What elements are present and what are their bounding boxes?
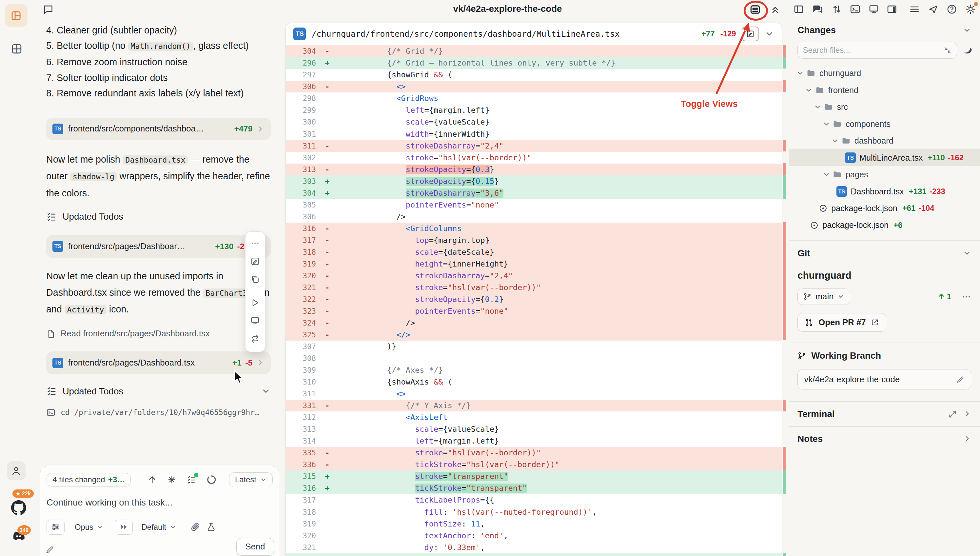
more-options-button[interactable] bbox=[245, 234, 265, 252]
code-line: scale={valueScale} bbox=[336, 116, 490, 128]
lab-button[interactable] bbox=[206, 522, 216, 532]
line-number: 321 bbox=[286, 541, 318, 553]
copy-button[interactable] bbox=[245, 270, 265, 288]
pencil-icon[interactable] bbox=[956, 375, 965, 384]
file-tree-row[interactable]: components bbox=[789, 115, 980, 132]
send-button[interactable]: Send bbox=[236, 538, 274, 556]
pencil-icon[interactable] bbox=[45, 545, 55, 554]
diff-row: 303+ strokeOpacity={0.15} bbox=[286, 175, 781, 187]
notes-header[interactable]: Notes bbox=[789, 434, 980, 444]
chevron-down-icon[interactable] bbox=[765, 29, 774, 39]
additions-count: +130 bbox=[215, 242, 233, 251]
open-pr-button[interactable]: Open PR #7 bbox=[798, 313, 886, 332]
message-input[interactable]: Continue working on this task... bbox=[47, 497, 273, 508]
terminal-command-row[interactable]: cd /private/var/folders/10/h7w0q46556ggr… bbox=[46, 408, 271, 417]
run-button[interactable] bbox=[245, 293, 265, 312]
chat-settings-button[interactable] bbox=[47, 520, 65, 535]
diff-row: 325- </> bbox=[286, 329, 781, 341]
diff-view-toggle-button[interactable] bbox=[742, 27, 759, 42]
diff-ruler-mark bbox=[783, 175, 786, 187]
chevron-down-icon[interactable] bbox=[261, 386, 271, 396]
divider bbox=[789, 343, 980, 343]
workspace-button[interactable] bbox=[5, 4, 27, 27]
terminal-view-button[interactable] bbox=[848, 3, 862, 16]
line-number: 320 bbox=[286, 270, 318, 281]
changes-header[interactable]: Changes bbox=[789, 25, 980, 36]
diff-row: 318- scale={dateScale} bbox=[286, 246, 781, 258]
version-dropdown[interactable]: Latest bbox=[229, 472, 273, 487]
git-header[interactable]: Git bbox=[789, 248, 980, 259]
code-line: tickLabelProps={{ bbox=[336, 494, 494, 506]
read-file-row[interactable]: Read frontend/src/pages/Dashboard.tsx bbox=[46, 329, 271, 338]
chevron-right-icon[interactable] bbox=[963, 435, 972, 443]
code-line: {showAxis && ( bbox=[336, 376, 452, 388]
preset-dropdown[interactable]: Default bbox=[142, 522, 176, 532]
code-line: left={margin.left} bbox=[336, 435, 499, 447]
settings-button[interactable] bbox=[964, 3, 978, 16]
file-tree-row[interactable]: pages bbox=[789, 166, 980, 183]
working-branch-field[interactable]: vk/4e2a-explore-the-code bbox=[798, 369, 971, 390]
file-tree-row[interactable]: dashboard bbox=[789, 133, 980, 149]
fast-forward-button[interactable] bbox=[115, 520, 133, 535]
updated-todos-row[interactable]: Updated Todos bbox=[46, 212, 271, 222]
sparkle-button[interactable] bbox=[167, 475, 177, 485]
chevron-down-icon[interactable] bbox=[962, 26, 972, 35]
file-tree-row[interactable]: src bbox=[789, 99, 980, 115]
menu-button[interactable] bbox=[907, 3, 921, 16]
github-button[interactable] bbox=[11, 500, 26, 516]
search-box[interactable] bbox=[798, 42, 957, 58]
model-dropdown[interactable]: Opus bbox=[75, 522, 103, 532]
diff-row: 315+ stroke="transparent" bbox=[286, 470, 781, 482]
annotation-label: Toggle Views bbox=[681, 99, 738, 109]
code-line: /> bbox=[336, 317, 415, 329]
file-label: src bbox=[837, 102, 848, 112]
edit-diff-button[interactable] bbox=[245, 252, 265, 270]
compare-button[interactable] bbox=[245, 330, 265, 348]
files-changed-pill[interactable]: 4 files changed +3… bbox=[47, 473, 131, 486]
share-button[interactable] bbox=[926, 3, 940, 16]
preview-button[interactable] bbox=[245, 312, 265, 330]
chevron-right-icon[interactable] bbox=[963, 410, 972, 418]
diff-row: 320 textAnchor: 'end', bbox=[286, 530, 781, 541]
toggle-left-panel-button[interactable] bbox=[792, 3, 806, 16]
file-tree-row[interactable]: package-lock.json+6 bbox=[789, 217, 980, 233]
collapse-all-button[interactable] bbox=[768, 3, 782, 16]
file-tree-row[interactable]: frontend bbox=[789, 82, 980, 99]
help-button[interactable] bbox=[945, 3, 959, 16]
diff-ruler-mark bbox=[783, 163, 786, 175]
toggle-right-panel-button[interactable] bbox=[885, 3, 899, 16]
diff-marker: + bbox=[318, 553, 336, 556]
account-button[interactable] bbox=[7, 461, 26, 480]
diff-overview-ruler[interactable] bbox=[783, 45, 786, 556]
inline-code: Math.random() bbox=[128, 42, 194, 51]
new-chat-button[interactable] bbox=[41, 3, 55, 16]
chevron-down-icon[interactable] bbox=[962, 249, 972, 258]
search-files-input[interactable] bbox=[803, 45, 944, 55]
file-tree-row[interactable]: package-lock.json+61-104 bbox=[789, 200, 980, 217]
file-chip[interactable]: TS frontend/src/components/dashboa… +479 bbox=[46, 118, 271, 140]
bird-icon[interactable] bbox=[962, 45, 974, 56]
updated-todos-row[interactable]: Updated Todos bbox=[46, 386, 271, 396]
attach-button[interactable] bbox=[190, 522, 200, 532]
file-tree-row[interactable]: churnguard bbox=[789, 65, 980, 82]
expand-icon[interactable] bbox=[948, 410, 957, 419]
diff-view-button[interactable] bbox=[830, 3, 844, 16]
file-tree-row[interactable]: TSMultiLineArea.tsx+110-162 bbox=[789, 149, 980, 166]
branch-name: main bbox=[815, 292, 834, 301]
branch-selector[interactable]: main bbox=[798, 288, 850, 305]
diff-row: 306- <> bbox=[286, 81, 781, 92]
chat-view-button[interactable] bbox=[810, 3, 824, 16]
queue-toggle-button[interactable] bbox=[748, 3, 762, 16]
diff-ruler-mark bbox=[783, 470, 786, 482]
preview-view-button[interactable] bbox=[867, 3, 881, 16]
collapse-tree-icon[interactable] bbox=[944, 46, 952, 55]
todos-status-button[interactable] bbox=[187, 475, 197, 485]
diff-marker: - bbox=[318, 399, 336, 411]
scroll-up-button[interactable] bbox=[147, 475, 157, 485]
file-tree-row[interactable]: TSDashboard.tsx+131-233 bbox=[789, 183, 980, 200]
more-options-icon[interactable] bbox=[961, 292, 972, 302]
grid-view-button[interactable] bbox=[8, 40, 26, 57]
file-chip[interactable]: TS frontend/src/pages/Dashboar… +130-2… bbox=[46, 235, 271, 258]
terminal-header[interactable]: Terminal bbox=[789, 409, 980, 419]
mouse-cursor bbox=[234, 370, 247, 385]
